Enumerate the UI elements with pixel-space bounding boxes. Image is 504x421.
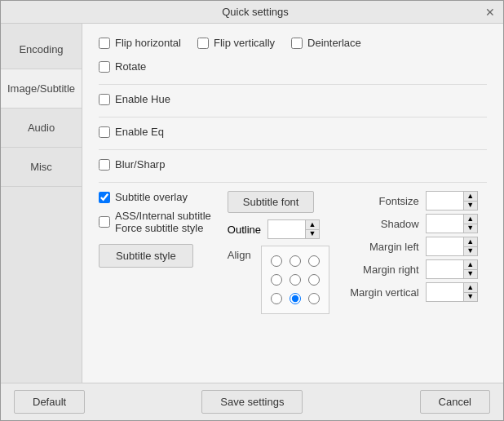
- enable-eq-input[interactable]: [99, 126, 110, 138]
- margin-vertical-input[interactable]: 20: [427, 285, 463, 300]
- margin-left-spin-up[interactable]: ▲: [464, 237, 477, 247]
- enable-hue-checkbox[interactable]: Enable Hue: [99, 93, 487, 105]
- align-label: Align: [228, 249, 251, 261]
- outline-spinbox: 1.5 ▲ ▼: [267, 219, 320, 239]
- subtitle-section: Subtitle overlay ASS/Internal subtitle F…: [99, 191, 487, 314]
- subtitle-mid-col: Subtitle font Outline 1.5 ▲ ▼: [228, 191, 329, 314]
- flip-horizontal-input[interactable]: [99, 38, 110, 49]
- title-bar: Quick settings ✕: [1, 1, 503, 24]
- align-radio-bl[interactable]: [268, 290, 285, 307]
- margin-right-label: Margin right: [346, 264, 419, 276]
- subtitle-style-button[interactable]: Subtitle style: [99, 244, 193, 268]
- fontsize-spin-up[interactable]: ▲: [464, 192, 477, 202]
- margin-right-spin-down[interactable]: ▼: [464, 270, 477, 279]
- align-radio-ml[interactable]: [268, 272, 285, 288]
- blur-sharp-input[interactable]: [99, 159, 110, 171]
- align-radio-mr[interactable]: [306, 272, 322, 288]
- subtitle-overlay-input[interactable]: [99, 192, 110, 203]
- deinterlace-input[interactable]: [291, 38, 303, 49]
- rotate-input[interactable]: [99, 61, 110, 73]
- blur-sharp-row: Blur/Sharp: [99, 158, 487, 171]
- shadow-spin-up[interactable]: ▲: [464, 215, 477, 224]
- shadow-label: Shadow: [346, 218, 419, 230]
- enable-eq-checkbox[interactable]: Enable Eq: [99, 126, 487, 138]
- align-radio-mc[interactable]: [287, 272, 303, 288]
- margin-vertical-spin-up[interactable]: ▲: [464, 283, 477, 293]
- align-radio-br[interactable]: [306, 290, 322, 307]
- outline-input[interactable]: 1.5: [268, 222, 305, 237]
- ass-subtitle-input[interactable]: [99, 216, 110, 228]
- margin-left-input[interactable]: 10: [427, 239, 463, 255]
- subtitle-left-col: Subtitle overlay ASS/Internal subtitle F…: [99, 191, 211, 268]
- enable-hue-input[interactable]: [99, 94, 110, 105]
- flip-vertically-input[interactable]: [197, 38, 209, 49]
- content-area: Flip horizontal Flip vertically Deinterl…: [82, 24, 503, 383]
- outline-label: Outline: [228, 224, 261, 236]
- margin-right-input[interactable]: 10: [427, 262, 463, 277]
- close-button[interactable]: ✕: [485, 7, 495, 18]
- margin-left-spinbox: 10 ▲ ▼: [426, 237, 478, 256]
- enable-eq-row: Enable Eq: [99, 126, 487, 138]
- flip-row: Flip horizontal Flip vertically Deinterl…: [99, 37, 487, 49]
- flip-vertically-checkbox[interactable]: Flip vertically: [197, 37, 275, 49]
- align-box: [261, 246, 329, 314]
- quick-settings-window: Quick settings ✕ Encoding Image/Subtitle…: [0, 0, 504, 421]
- bottom-bar: Default Save settings Cancel: [1, 383, 503, 420]
- ass-subtitle-checkbox[interactable]: ASS/Internal subtitle Force subtitle sty…: [99, 210, 211, 234]
- margin-left-spin-down[interactable]: ▼: [464, 247, 477, 256]
- sidebar-item-encoding[interactable]: Encoding: [1, 30, 82, 69]
- margin-vertical-spinbox: 20 ▲ ▼: [426, 282, 478, 302]
- outline-spin-up[interactable]: ▲: [306, 220, 319, 230]
- fontsize-spinbox: 22 ▲ ▼: [426, 191, 478, 210]
- outline-row: Outline 1.5 ▲ ▼: [228, 219, 329, 239]
- sidebar-item-misc[interactable]: Misc: [1, 148, 82, 187]
- margin-vertical-spin-down[interactable]: ▼: [464, 293, 477, 302]
- cancel-button[interactable]: Cancel: [420, 390, 490, 414]
- subtitle-right-col: Fontsize 22 ▲ ▼ Shadow 2.0: [346, 191, 478, 305]
- shadow-input[interactable]: 2.0: [427, 216, 463, 232]
- align-radio-tr[interactable]: [306, 253, 322, 269]
- shadow-row: Shadow 2.0 ▲ ▼: [346, 214, 478, 233]
- margin-left-row: Margin left 10 ▲ ▼: [346, 237, 478, 256]
- fontsize-row: Fontsize 22 ▲ ▼: [346, 191, 478, 210]
- align-radio-bc[interactable]: [287, 290, 303, 307]
- outline-spin-buttons: ▲ ▼: [305, 220, 319, 238]
- outline-spin-down[interactable]: ▼: [306, 230, 319, 239]
- deinterlace-checkbox[interactable]: Deinterlace: [291, 37, 361, 49]
- shadow-spinbox: 2.0 ▲ ▼: [426, 214, 478, 233]
- margin-vertical-row: Margin vertical 20 ▲ ▼: [346, 282, 478, 302]
- window-title: Quick settings: [25, 6, 485, 18]
- blur-sharp-checkbox[interactable]: Blur/Sharp: [99, 158, 487, 171]
- margin-left-label: Margin left: [346, 241, 419, 253]
- align-radio-tc[interactable]: [287, 253, 303, 269]
- align-radio-tl[interactable]: [268, 253, 285, 269]
- margin-right-spin-up[interactable]: ▲: [464, 260, 477, 270]
- rotate-checkbox[interactable]: Rotate: [99, 60, 487, 73]
- default-button[interactable]: Default: [14, 390, 85, 414]
- sidebar-item-image-subtitle[interactable]: Image/Subtitle: [1, 69, 82, 109]
- margin-vertical-label: Margin vertical: [346, 286, 419, 299]
- fontsize-label: Fontsize: [346, 195, 419, 207]
- flip-horizontal-checkbox[interactable]: Flip horizontal: [99, 37, 181, 49]
- align-row: Align: [228, 246, 329, 314]
- subtitle-overlay-checkbox[interactable]: Subtitle overlay: [99, 191, 211, 203]
- subtitle-font-button[interactable]: Subtitle font: [228, 191, 315, 213]
- fontsize-input[interactable]: 22: [427, 193, 463, 209]
- save-settings-button[interactable]: Save settings: [201, 390, 303, 414]
- shadow-spin-down[interactable]: ▼: [464, 224, 477, 233]
- rotate-row: Rotate: [99, 60, 487, 73]
- align-grid: [268, 253, 322, 307]
- margin-right-row: Margin right 10 ▲ ▼: [346, 259, 478, 279]
- sidebar: Encoding Image/Subtitle Audio Misc: [1, 24, 82, 383]
- sidebar-item-audio[interactable]: Audio: [1, 109, 82, 148]
- fontsize-spin-down[interactable]: ▼: [464, 202, 477, 210]
- enable-hue-row: Enable Hue: [99, 93, 487, 105]
- margin-right-spinbox: 10 ▲ ▼: [426, 259, 478, 279]
- main-content: Encoding Image/Subtitle Audio Misc Flip …: [1, 24, 503, 383]
